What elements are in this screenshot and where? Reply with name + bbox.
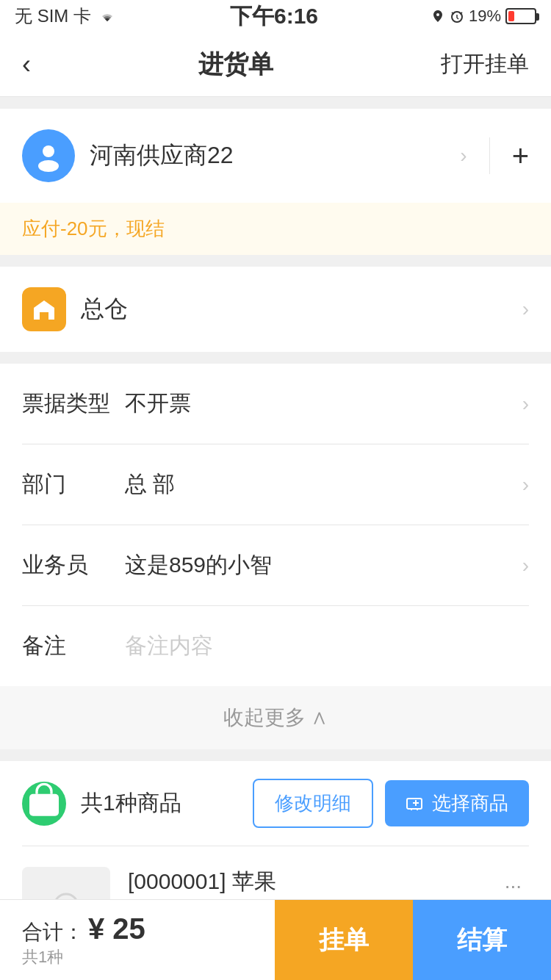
salesperson-chevron-icon: › — [522, 554, 529, 577]
department-chevron-icon: › — [522, 473, 529, 497]
svg-point-1 — [43, 145, 54, 157]
ticket-type-chevron-icon: › — [522, 392, 529, 416]
total-sub: 共1种 — [22, 946, 253, 968]
avatar-icon — [32, 140, 65, 172]
salesperson-value: 这是859的小智 — [125, 550, 522, 580]
ticket-type-label: 票据类型 — [22, 389, 125, 419]
ticket-type-row[interactable]: 票据类型 不开票 › — [0, 364, 551, 444]
add-supplier-button[interactable]: + — [512, 140, 529, 173]
payment-notice: 应付-20元，现结 — [0, 203, 551, 255]
salesperson-row[interactable]: 业务员 这是859的小智 › — [0, 525, 551, 605]
warehouse-label: 总仓 — [81, 293, 522, 325]
settle-button[interactable]: 结算 — [413, 900, 551, 980]
products-header: 共1种商品 修改明细 选择商品 — [0, 761, 551, 846]
status-carrier: 无 SIM 卡 — [15, 4, 118, 28]
edit-detail-button[interactable]: 修改明细 — [253, 779, 373, 828]
total-amount: ¥ 25 — [88, 912, 145, 945]
nav-bar: ‹ 进货单 打开挂单 — [0, 32, 551, 97]
remark-label: 备注 — [22, 631, 125, 661]
supplier-section: 河南供应商22 › + 应付-20元，现结 — [0, 109, 551, 255]
alarm-icon — [450, 9, 464, 24]
total-label: 合计： ¥ 25 — [22, 912, 253, 946]
page-title: 进货单 — [198, 48, 273, 82]
warehouse-icon-bg — [22, 287, 66, 331]
total-section: 合计： ¥ 25 共1种 — [0, 900, 275, 980]
warehouse-chevron-icon: › — [522, 298, 529, 321]
warehouse-section: 总仓 › — [0, 267, 551, 352]
salesperson-label: 业务员 — [22, 550, 125, 580]
warehouse-row[interactable]: 总仓 › — [0, 267, 551, 352]
separator-3 — [0, 352, 551, 364]
products-icon — [22, 782, 66, 826]
department-value: 总 部 — [125, 469, 522, 500]
department-row[interactable]: 部门 总 部 › — [0, 444, 551, 525]
location-icon — [431, 9, 445, 24]
bottom-bar: 合计： ¥ 25 共1种 挂单 结算 — [0, 899, 551, 980]
status-bar: 无 SIM 卡 下午6:16 19% — [0, 0, 551, 32]
warehouse-icon — [31, 296, 57, 323]
product-name: [0000001] 苹果 — [128, 867, 497, 897]
collapse-row[interactable]: 收起更多 ∧ — [0, 686, 551, 749]
select-product-label: 选择商品 — [432, 790, 508, 816]
battery-percent: 19% — [469, 7, 501, 26]
select-product-button[interactable]: 选择商品 — [385, 780, 529, 826]
supplier-name: 河南供应商22 — [90, 140, 460, 172]
status-right: 19% — [431, 7, 536, 26]
ticket-type-value: 不开票 — [125, 389, 522, 419]
wifi-icon — [97, 8, 118, 24]
svg-rect-4 — [29, 793, 59, 815]
products-count: 共1种商品 — [81, 788, 253, 818]
total-text: 合计： — [22, 918, 84, 946]
department-label: 部门 — [22, 469, 125, 500]
back-button[interactable]: ‹ — [22, 49, 31, 80]
product-code: [0000001] 苹果 — [128, 869, 276, 893]
form-section: 票据类型 不开票 › 部门 总 部 › 业务员 这是859的小智 › 备注 备注… — [0, 364, 551, 686]
separator-4 — [0, 749, 551, 761]
carrier-text: 无 SIM 卡 — [15, 4, 91, 28]
svg-point-2 — [38, 160, 59, 172]
products-icon-bg — [22, 782, 66, 826]
vertical-divider — [489, 137, 490, 174]
separator-2 — [0, 255, 551, 267]
cart-icon — [406, 796, 426, 812]
remark-placeholder: 备注内容 — [125, 631, 529, 661]
supplier-chevron-icon: › — [460, 144, 467, 167]
status-time: 下午6:16 — [230, 1, 318, 32]
svg-rect-3 — [40, 312, 48, 320]
battery-icon — [505, 8, 536, 24]
supplier-avatar — [22, 129, 75, 182]
pending-button[interactable]: 挂单 — [275, 900, 413, 980]
separator-1 — [0, 97, 551, 109]
remark-row[interactable]: 备注 备注内容 — [0, 606, 551, 686]
supplier-row[interactable]: 河南供应商22 › + — [0, 109, 551, 203]
open-pending-button[interactable]: 打开挂单 — [441, 49, 529, 79]
